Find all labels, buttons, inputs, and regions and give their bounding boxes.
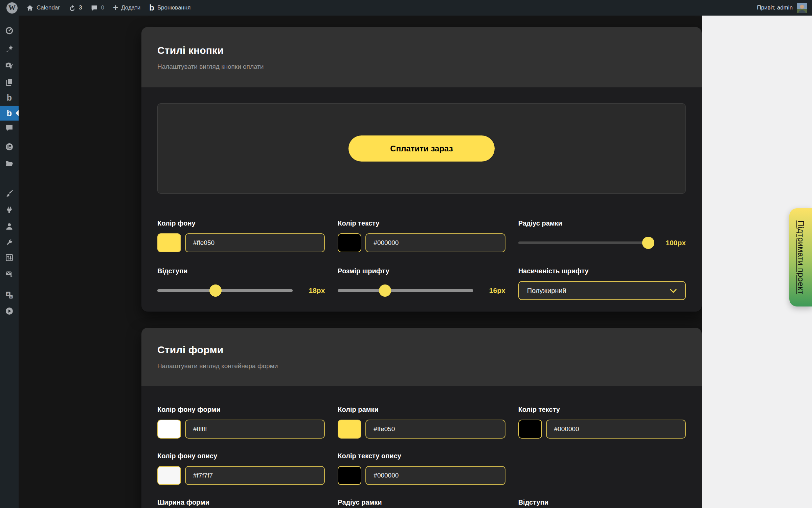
sidebar-item-booking[interactable]: b [0, 90, 19, 105]
desc-text-swatch[interactable] [338, 466, 361, 485]
font-size-slider[interactable] [338, 289, 473, 292]
media-icon [5, 61, 14, 70]
field-label: Колір рамки [338, 406, 505, 414]
form-bg-input[interactable] [185, 420, 325, 439]
wordpress-logo-icon: W [6, 2, 18, 14]
sidebar-item-media[interactable] [0, 58, 19, 73]
booking-label: Бронювання [157, 4, 190, 11]
field-label: Насиченість шрифту [518, 267, 686, 275]
play-icon [5, 307, 14, 315]
field-desc-bg-color: Колір фону опису [157, 452, 325, 485]
new-content-menu[interactable]: + Додати [109, 0, 145, 16]
form-padding-label: Відступи [518, 499, 686, 506]
desc-bg-input[interactable] [185, 466, 325, 485]
text-color-input[interactable] [365, 233, 505, 252]
home-icon [26, 4, 33, 12]
card-subtitle: Налаштувати вигляд контейнера форми [157, 362, 686, 370]
user-icon [5, 222, 14, 231]
border-radius-slider[interactable] [518, 241, 654, 244]
bg-color-input[interactable] [185, 233, 325, 252]
field-label: Колір фону опису [157, 452, 325, 460]
field-form-text-color: Колір тексту [518, 406, 686, 439]
sidebar-item-mail[interactable] [0, 266, 19, 281]
desc-bg-swatch[interactable] [157, 466, 181, 485]
sidebar-item-posts[interactable] [0, 41, 19, 56]
desc-text-input[interactable] [365, 466, 505, 485]
page: W Calendar 3 0 + Додати b Бронювання [0, 0, 812, 508]
field-text-color: Колір тексту [338, 219, 505, 252]
plug-icon [5, 206, 14, 214]
b-logo-icon: b [7, 93, 12, 102]
booking-logo-icon: b [149, 4, 154, 12]
slider-thumb[interactable] [379, 284, 391, 297]
admin-bar: W Calendar 3 0 + Додати b Бронювання [0, 0, 812, 16]
paintbrush-icon [5, 189, 14, 198]
pages-icon [5, 78, 14, 86]
comment-icon [5, 124, 14, 132]
field-font-weight: Насиченість шрифту Полужирний [518, 267, 686, 300]
translate-icon: Aa [5, 291, 14, 299]
svg-text:a: a [10, 295, 12, 298]
button-preview-area: Сплатити зараз [157, 103, 686, 194]
booking-menu[interactable]: b Бронювання [145, 0, 195, 16]
text-color-swatch[interactable] [338, 233, 361, 252]
field-label: Колір тексту опису [338, 452, 505, 460]
sidebar-item-elementor[interactable] [0, 139, 19, 154]
field-bg-color: Колір фону [157, 219, 325, 252]
form-text-swatch[interactable] [518, 420, 542, 439]
padding-slider[interactable] [157, 289, 293, 292]
sidebar-item-booking-settings[interactable]: b [0, 106, 19, 121]
updates-menu[interactable]: 3 [64, 0, 86, 16]
comments-menu[interactable]: 0 [86, 0, 108, 16]
padding-value: 18px [293, 287, 325, 295]
field-form-border-color: Колір рамки [338, 406, 505, 439]
new-content-label: Додати [121, 4, 140, 11]
font-weight-selected-value: Полужирний [527, 287, 566, 295]
update-icon [69, 4, 76, 12]
sidebar-item-templates[interactable] [0, 156, 19, 171]
form-fields-row-3: Ширина форми Радіус рамки Відступи [157, 499, 686, 506]
field-border-radius: Радіус рамки 100px [518, 219, 686, 252]
sidebar-item-comments[interactable] [0, 120, 19, 135]
button-fields-row-2: Відступи 18px Розмір шрифту [157, 267, 686, 300]
field-empty [518, 452, 686, 485]
card-title: Стилі форми [157, 344, 686, 356]
wrench-icon [5, 238, 14, 247]
sidebar-item-appearance[interactable] [0, 186, 19, 201]
pay-now-preview-button[interactable]: Сплатити зараз [348, 135, 495, 162]
plus-icon: + [113, 3, 118, 12]
plugin-settings-panel: Стилі кнопки Налаштувати вигляд кнопки о… [19, 16, 702, 508]
form-fields-row-1: Колір фону форми Колір рамки [157, 406, 686, 439]
form-fields-row-2: Колір фону опису Колір тексту опису [157, 452, 686, 485]
site-name: Calendar [37, 4, 60, 11]
card-subtitle: Налаштувати вигляд кнопки оплати [157, 63, 686, 70]
form-border-input[interactable] [365, 420, 505, 439]
sidebar-item-users[interactable] [0, 219, 19, 234]
user-avatar [797, 3, 807, 13]
pushpin-icon [5, 45, 14, 53]
sidebar-item-settings[interactable] [0, 250, 19, 265]
wp-logo-menu[interactable]: W [0, 0, 22, 16]
slider-thumb[interactable] [209, 284, 222, 297]
greeting-text: Привіт, admin [757, 4, 793, 11]
support-project-tab[interactable]: Підтримати проект [789, 208, 812, 306]
sidebar-item-plugins[interactable] [0, 202, 19, 217]
font-weight-select[interactable]: Полужирний [518, 281, 686, 300]
sidebar-item-pages[interactable] [0, 75, 19, 89]
account-menu[interactable]: Привіт, admin [757, 3, 812, 13]
sidebar-item-video[interactable] [0, 303, 19, 318]
slider-thumb[interactable] [642, 237, 654, 249]
site-name-menu[interactable]: Calendar [22, 0, 64, 16]
sidebar-item-translate[interactable]: Aa [0, 288, 19, 302]
bg-color-swatch[interactable] [157, 233, 181, 252]
form-border-swatch[interactable] [338, 420, 361, 439]
comment-icon [91, 4, 98, 12]
form-text-input[interactable] [546, 420, 686, 439]
sidebar-item-dashboard[interactable] [0, 23, 19, 38]
button-styles-body: Сплатити зараз Колір фону Колір тексту [141, 103, 702, 300]
mail-arrow-icon [5, 270, 14, 278]
field-padding: Відступи 18px [157, 267, 325, 300]
chevron-down-icon [670, 289, 677, 293]
sidebar-item-tools[interactable] [0, 235, 19, 250]
form-bg-swatch[interactable] [157, 420, 181, 439]
